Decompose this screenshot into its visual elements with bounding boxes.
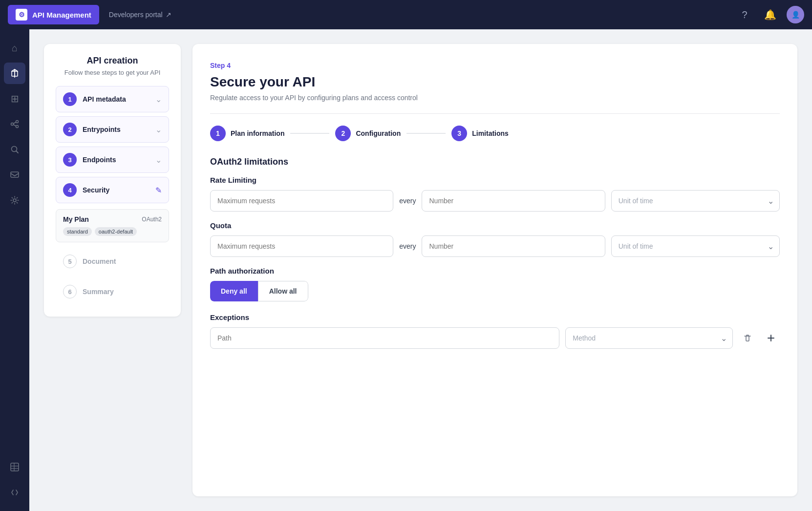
progress-step-2: 2 Configuration [335,126,401,141]
quota-unit-select[interactable]: Unit of time SECONDS MINUTES HOURS DAYS [611,235,780,257]
svg-rect-10 [11,463,19,471]
progress-connector-2 [406,133,446,134]
sidebar-item-graph[interactable] [4,113,25,135]
svg-point-3 [16,126,19,128]
user-avatar[interactable]: 👤 [787,6,804,23]
progress-step-1: 1 Plan information [210,126,284,141]
quota-max-requests-input[interactable] [210,235,393,257]
plan-tag-standard: standard [63,227,92,236]
rate-max-requests-input[interactable] [210,190,393,212]
progress-label-3: Limitations [472,129,509,137]
delete-exception-button[interactable] [739,329,756,347]
step-label-5: Document [83,257,116,265]
sidebar-item-pages[interactable]: ⊞ [4,88,25,109]
plan-name: My Plan [63,215,89,223]
wizard-panel: API creation Follow these steps to get y… [44,44,181,317]
quota-label: Quota [210,221,780,230]
chevron-icon-1: ⌄ [155,95,162,104]
rate-number-input[interactable] [422,190,605,212]
sidebar: ⌂ ⊞ [0,29,29,511]
path-auth-section: Path authorization Deny all Allow all [210,267,780,301]
progress-num-3: 3 [451,126,467,141]
sidebar-item-table[interactable] [4,456,25,478]
svg-line-7 [16,151,18,153]
sidebar-item-collapse[interactable] [4,482,25,503]
step-number-6: 6 [63,285,77,298]
rate-unit-select[interactable]: Unit of time SECONDS MINUTES HOURS DAYS [611,190,780,212]
sidebar-bottom [4,456,25,503]
section-title: OAuth2 limitations [210,157,780,167]
exception-method-select[interactable]: Method GET POST PUT DELETE PATCH [565,327,733,349]
quota-unit-container: Unit of time SECONDS MINUTES HOURS DAYS … [611,235,780,257]
step-label-3: Endpoints [83,156,116,164]
step-number-1: 1 [63,92,77,106]
exceptions-label: Exceptions [210,313,780,321]
brand-label: API Management [32,11,91,19]
progress-label-1: Plan information [231,129,284,137]
progress-steps: 1 Plan information 2 Configuration 3 Lim… [210,126,780,141]
exception-path-input[interactable] [210,327,559,349]
form-description: Regulate access to your API by configuri… [210,94,780,102]
deny-all-button[interactable]: Deny all [210,281,258,301]
progress-label-2: Configuration [356,129,401,137]
content-area: API creation Follow these steps to get y… [29,29,812,511]
wizard-step-4[interactable]: 4 Security ✎ [56,177,169,203]
progress-num-1: 1 [210,126,226,141]
sidebar-item-settings[interactable] [4,190,25,211]
plan-type: OAuth2 [142,216,162,223]
main-layout: ⌂ ⊞ [0,29,812,511]
divider [210,113,780,114]
form-title: Secure your API [210,74,780,90]
progress-connector-1 [290,133,329,134]
wizard-step-6[interactable]: 6 Summary [56,278,169,305]
step-number-5: 5 [63,255,77,268]
navbar-right: ? 🔔 👤 [736,6,804,23]
svg-point-9 [13,199,16,202]
progress-num-2: 2 [335,126,351,141]
step-number-2: 2 [63,123,77,136]
edit-icon-4: ✎ [155,186,162,195]
wizard-steps: 1 API metadata ⌄ 2 Entrypoints ⌄ 3 Endpo… [56,86,169,305]
step-label-2: Entrypoints [83,126,121,133]
step-number-4: 4 [63,183,77,197]
svg-point-1 [11,123,14,126]
exception-row: Method GET POST PUT DELETE PATCH ⌄ [210,327,780,349]
plan-tags: standard oauth2-default [63,227,162,236]
sidebar-item-api[interactable] [4,63,25,84]
brand-icon: ⚙ [16,9,27,21]
wizard-title: API creation [56,56,169,66]
help-button[interactable]: ? [736,6,753,23]
rate-every-label: every [399,197,416,205]
step-label-1: API metadata [83,95,126,103]
rate-limiting-row: every Unit of time SECONDS MINUTES HOURS… [210,190,780,212]
sidebar-item-home[interactable]: ⌂ [4,37,25,59]
plan-card: My Plan OAuth2 standard oauth2-default [56,209,169,242]
add-exception-button[interactable] [762,329,780,347]
step-indicator: Step 4 [210,62,780,69]
chevron-icon-2: ⌄ [155,125,162,134]
sidebar-item-search[interactable] [4,139,25,160]
wizard-step-5[interactable]: 5 Document [56,248,169,275]
svg-rect-8 [11,172,19,177]
progress-step-3: 3 Limitations [451,126,509,141]
allow-all-button[interactable]: Allow all [258,281,308,301]
plan-tag-oauth: oauth2-default [95,227,137,236]
wizard-step-1[interactable]: 1 API metadata ⌄ [56,86,169,112]
notifications-button[interactable]: 🔔 [761,6,779,23]
wizard-step-3[interactable]: 3 Endpoints ⌄ [56,147,169,173]
step-label-6: Summary [83,288,114,296]
step-number-3: 3 [63,153,77,167]
svg-point-2 [16,121,19,123]
wizard-subtitle: Follow these steps to get your API [56,69,169,76]
path-auth-label: Path authorization [210,267,780,275]
step-label-4: Security [83,186,109,194]
exceptions-section: Exceptions Method GET POST PUT DELETE PA… [210,313,780,349]
rate-limiting-label: Rate Limiting [210,176,780,184]
devportal-link[interactable]: Developers portal ↗ [109,11,171,19]
sidebar-item-messages[interactable] [4,164,25,186]
wizard-step-2[interactable]: 2 Entrypoints ⌄ [56,116,169,143]
svg-line-5 [14,125,16,126]
brand-logo[interactable]: ⚙ API Management [8,5,99,24]
navbar: ⚙ API Management Developers portal ↗ ? 🔔… [0,0,812,29]
quota-number-input[interactable] [422,235,605,257]
